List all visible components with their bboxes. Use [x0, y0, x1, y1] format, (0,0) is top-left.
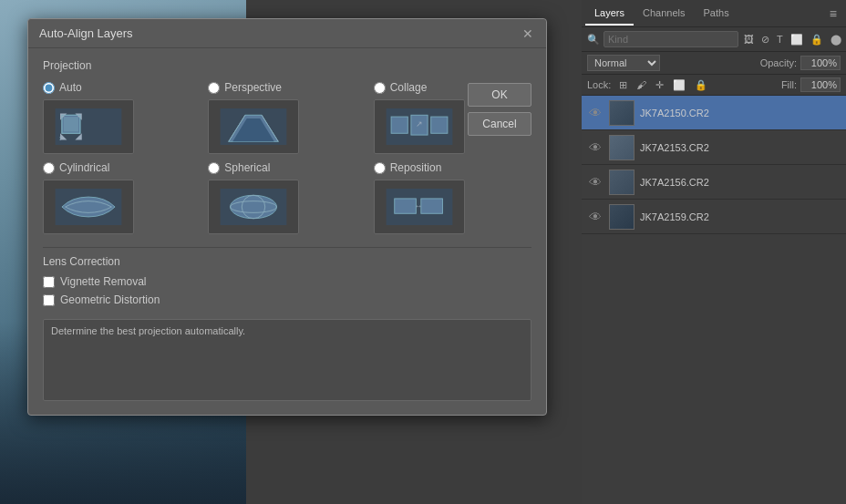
auto-thumb-svg: ↔ ↕ — [52, 108, 125, 145]
dialog-buttons: OK Cancel — [468, 83, 531, 136]
panel-filter-icons: 🖼 ⊘ T ⬜ 🔒 ⬤ — [742, 33, 843, 46]
projection-spherical-label: Spherical — [224, 161, 270, 174]
panel-search-row: 🔍 🖼 ⊘ T ⬜ 🔒 ⬤ — [582, 27, 846, 52]
ok-button[interactable]: OK — [468, 83, 531, 107]
projection-perspective-label: Perspective — [224, 81, 282, 94]
projection-cylindrical: Cylindrical — [43, 161, 201, 234]
projection-spherical-radio[interactable] — [208, 162, 220, 174]
tab-layers[interactable]: Layers — [585, 2, 634, 26]
svg-rect-16 — [391, 117, 408, 133]
projection-grid: Auto ↔ ↕ — [43, 81, 531, 234]
dialog-close-button[interactable]: ✕ — [521, 27, 535, 40]
lens-correction-label: Lens Correction — [43, 255, 531, 268]
blend-mode-select[interactable]: Normal — [587, 55, 660, 71]
layer-visibility-icon-3[interactable]: 👁 — [587, 175, 604, 190]
vignette-removal-checkbox[interactable] — [43, 276, 55, 288]
layer-item[interactable]: 👁 JK7A2150.CR2 — [582, 96, 846, 130]
lock-row: Lock: ⊞ 🖌 ✛ ⬜ 🔒 Fill: — [582, 75, 846, 96]
reposition-thumb-svg: ↔ — [383, 189, 456, 225]
projection-auto-label: Auto — [59, 81, 82, 94]
svg-rect-26 — [394, 199, 416, 213]
lock-all-icon[interactable]: 🔒 — [692, 78, 710, 92]
cylindrical-thumb-svg — [52, 189, 125, 225]
layer-item[interactable]: 👁 JK7A2153.CR2 — [582, 130, 846, 165]
layer-name-2: JK7A2153.CR2 — [640, 142, 709, 153]
svg-rect-18 — [430, 117, 447, 133]
description-box: Determine the best projection automatica… — [43, 319, 531, 401]
projection-reposition-radio[interactable] — [374, 162, 386, 174]
projection-reposition: Reposition ↔ — [374, 161, 531, 234]
projection-cylindrical-radio-row[interactable]: Cylindrical — [43, 161, 109, 174]
blend-mode-row: Normal Opacity: — [582, 52, 846, 75]
projection-reposition-label: Reposition — [390, 161, 442, 174]
projection-perspective-radio-row[interactable]: Perspective — [208, 81, 282, 94]
layer-visibility-icon-4[interactable]: 👁 — [587, 210, 604, 224]
layer-item[interactable]: 👁 JK7A2159.CR2 — [582, 200, 846, 234]
projection-auto-thumb: ↔ ↕ — [43, 99, 134, 154]
search-input[interactable] — [604, 31, 738, 47]
lock-pixels-icon[interactable]: ⊞ — [616, 78, 630, 92]
tab-channels[interactable]: Channels — [634, 2, 694, 26]
dialog-titlebar: Auto-Align Layers ✕ — [28, 19, 546, 48]
lock-label: Lock: — [587, 79, 611, 90]
lock-paint-icon[interactable]: 🖌 — [634, 78, 649, 91]
projection-cylindrical-radio[interactable] — [43, 162, 55, 174]
layer-thumb-2 — [609, 135, 634, 160]
panel-menu-icon[interactable]: ≡ — [824, 6, 842, 21]
svg-rect-9 — [64, 117, 78, 131]
dialog-title: Auto-Align Layers — [39, 26, 133, 40]
filter-smart-icon[interactable]: 🔒 — [809, 33, 825, 46]
vignette-removal-checkbox-label: Vignette Removal — [60, 275, 147, 288]
auto-align-dialog: Auto-Align Layers ✕ Projection Auto ↔ — [27, 18, 547, 416]
projection-collage-label: Collage — [390, 81, 428, 94]
opacity-label: Opacity: — [760, 57, 797, 68]
layer-visibility-icon-1[interactable]: 👁 — [587, 106, 604, 120]
filter-text-icon[interactable]: T — [775, 33, 785, 46]
projection-perspective-radio[interactable] — [208, 82, 220, 94]
layer-thumb-1 — [609, 100, 634, 126]
projection-collage-radio-row[interactable]: Collage — [374, 81, 428, 94]
panel-tabs: Layers Channels Paths ≡ — [582, 0, 846, 27]
perspective-thumb-svg — [217, 108, 290, 145]
projection-perspective: Perspective — [208, 81, 366, 154]
projection-auto-radio[interactable] — [43, 82, 55, 94]
layer-item[interactable]: 👁 JK7A2156.CR2 — [582, 165, 846, 200]
layer-thumb-4 — [609, 204, 634, 230]
layer-name-1: JK7A2150.CR2 — [640, 108, 709, 118]
projection-perspective-thumb — [208, 99, 299, 154]
layer-name-3: JK7A2156.CR2 — [640, 177, 709, 188]
fill-label: Fill: — [781, 79, 797, 90]
svg-text:↗: ↗ — [416, 119, 423, 129]
filter-type-icon[interactable]: 🖼 — [742, 33, 756, 46]
geometric-distortion-row: Geometric Distortion — [43, 293, 531, 306]
projection-reposition-thumb: ↔ — [374, 180, 465, 234]
projection-collage-radio[interactable] — [374, 82, 386, 94]
lock-artboard-icon[interactable]: ⬜ — [670, 78, 688, 92]
projection-spherical: Spherical — [208, 161, 366, 234]
svg-rect-27 — [420, 199, 442, 213]
collage-thumb-svg: ↗ — [383, 108, 456, 145]
projection-auto-radio-row[interactable]: Auto — [43, 81, 82, 94]
layer-visibility-icon-2[interactable]: 👁 — [587, 140, 604, 155]
tab-paths[interactable]: Paths — [695, 2, 738, 26]
geometric-distortion-checkbox[interactable] — [43, 294, 55, 306]
cancel-button[interactable]: Cancel — [468, 112, 531, 136]
geometric-distortion-checkbox-label: Geometric Distortion — [60, 293, 160, 306]
filter-shape-icon[interactable]: ⬜ — [789, 33, 805, 46]
layers-list: 👁 JK7A2150.CR2 👁 JK7A2153.CR2 👁 JK7A2156… — [582, 96, 846, 504]
lock-position-icon[interactable]: ✛ — [653, 78, 666, 92]
projection-spherical-thumb — [208, 180, 299, 234]
vignette-removal-row: Vignette Removal — [43, 275, 531, 288]
projection-spherical-radio-row[interactable]: Spherical — [208, 161, 270, 174]
filter-toggle-icon[interactable]: ⬤ — [829, 33, 843, 46]
filter-adjustment-icon[interactable]: ⊘ — [759, 33, 771, 46]
divider-1 — [43, 247, 531, 248]
opacity-input[interactable] — [800, 56, 841, 70]
projection-reposition-radio-row[interactable]: Reposition — [374, 161, 442, 174]
projection-section-label: Projection — [43, 59, 531, 72]
fill-input[interactable] — [800, 77, 841, 92]
search-icon: 🔍 — [587, 34, 600, 46]
layers-panel: Layers Channels Paths ≡ 🔍 🖼 ⊘ T ⬜ 🔒 ⬤ No… — [582, 0, 846, 504]
svg-text:↔: ↔ — [414, 201, 422, 211]
layer-thumb-3 — [609, 170, 634, 195]
